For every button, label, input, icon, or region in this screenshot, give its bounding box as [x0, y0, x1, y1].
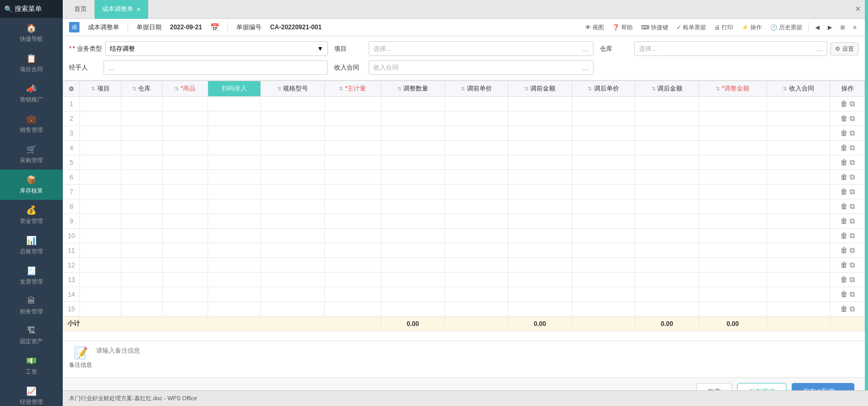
row-cell[interactable] [572, 258, 635, 273]
row-cell[interactable] [208, 214, 260, 229]
biz-type-select[interactable]: 结存调整 ▼ [105, 41, 328, 56]
copy-icon[interactable]: ⧉ [850, 202, 855, 210]
copy-icon[interactable]: ⧉ [850, 129, 855, 137]
sidebar-item-ledger-mgmt[interactable]: 📊 总账管理 [0, 230, 63, 261]
row-cell[interactable] [508, 258, 572, 273]
row-cell[interactable] [444, 185, 508, 199]
delete-icon[interactable]: 🗑 [840, 114, 848, 122]
row-cell[interactable] [121, 185, 162, 199]
row-cell[interactable] [121, 199, 162, 214]
row-cell[interactable] [261, 258, 325, 273]
row-cell[interactable] [444, 214, 508, 229]
row-cell[interactable] [121, 287, 162, 302]
col-settings[interactable]: ⚙ [63, 81, 80, 97]
row-cell[interactable] [572, 111, 635, 126]
row-cell[interactable] [635, 141, 699, 155]
row-cell[interactable] [635, 287, 699, 302]
row-cell[interactable] [699, 199, 767, 214]
row-cell[interactable] [699, 273, 767, 287]
sidebar-item-sales-promo[interactable]: 📣 营销推广 [0, 78, 63, 109]
copy-icon[interactable]: ⧉ [850, 304, 855, 313]
row-cell[interactable] [162, 258, 208, 273]
sidebar-item-payroll[interactable]: 💵 工资 [0, 351, 63, 381]
row-cell[interactable] [261, 273, 325, 287]
notes-input[interactable] [96, 346, 859, 367]
delete-icon[interactable]: 🗑 [840, 202, 848, 210]
sidebar-item-capital-mgmt[interactable]: 💰 资金管理 [0, 200, 63, 230]
row-cell[interactable] [635, 199, 699, 214]
row-cell[interactable] [324, 97, 381, 111]
row-cell[interactable] [699, 214, 767, 229]
row-cell[interactable] [635, 126, 699, 141]
row-cell[interactable] [162, 273, 208, 287]
row-cell[interactable] [572, 97, 635, 111]
row-cell[interactable] [261, 302, 325, 317]
row-cell[interactable] [121, 273, 162, 287]
row-cell[interactable] [699, 170, 767, 185]
window-close-button[interactable]: × [855, 4, 861, 15]
row-cell[interactable] [80, 302, 121, 317]
row-cell[interactable] [261, 199, 325, 214]
row-cell[interactable] [381, 185, 445, 199]
row-cell[interactable] [261, 185, 325, 199]
row-cell[interactable] [261, 243, 325, 258]
row-cell[interactable] [261, 97, 325, 111]
row-cell[interactable] [699, 111, 767, 126]
row-cell[interactable] [208, 111, 260, 126]
delete-icon[interactable]: 🗑 [840, 261, 848, 269]
row-cell[interactable] [767, 126, 830, 141]
row-cell[interactable] [508, 141, 572, 155]
row-cell[interactable] [208, 273, 260, 287]
row-cell[interactable] [208, 302, 260, 317]
row-cell[interactable] [121, 126, 162, 141]
print-btn[interactable]: 🖨 打印 [712, 22, 735, 32]
view-btn[interactable]: 👁 视图 [583, 22, 606, 32]
row-cell[interactable] [162, 199, 208, 214]
row-cell[interactable] [635, 302, 699, 317]
row-cell[interactable] [767, 97, 830, 111]
delete-icon[interactable]: 🗑 [840, 304, 848, 313]
row-cell[interactable] [508, 111, 572, 126]
row-cell[interactable] [324, 273, 381, 287]
row-cell[interactable] [508, 185, 572, 199]
row-cell[interactable] [444, 111, 508, 126]
delete-icon[interactable]: 🗑 [840, 217, 848, 225]
row-cell[interactable] [162, 141, 208, 155]
row-cell[interactable] [121, 214, 162, 229]
copy-icon[interactable]: ⧉ [850, 261, 855, 269]
row-cell[interactable] [508, 243, 572, 258]
row-cell[interactable] [444, 126, 508, 141]
row-cell[interactable] [699, 258, 767, 273]
row-cell[interactable] [261, 111, 325, 126]
row-cell[interactable] [699, 97, 767, 111]
row-cell[interactable] [261, 229, 325, 243]
row-cell[interactable] [162, 126, 208, 141]
row-cell[interactable] [572, 243, 635, 258]
row-cell[interactable] [381, 155, 445, 170]
row-cell[interactable] [80, 199, 121, 214]
row-cell[interactable] [572, 141, 635, 155]
copy-icon[interactable]: ⧉ [850, 290, 855, 298]
row-cell[interactable] [767, 170, 830, 185]
row-cell[interactable] [208, 141, 260, 155]
row-cell[interactable] [80, 126, 121, 141]
row-cell[interactable] [162, 97, 208, 111]
handler-input[interactable]: ... [104, 60, 328, 75]
row-cell[interactable] [324, 185, 381, 199]
row-cell[interactable] [162, 243, 208, 258]
row-cell[interactable] [121, 111, 162, 126]
delete-icon[interactable]: 🗑 [840, 129, 848, 137]
row-cell[interactable] [80, 155, 121, 170]
row-cell[interactable] [635, 97, 699, 111]
row-cell[interactable] [208, 287, 260, 302]
row-cell[interactable] [572, 287, 635, 302]
row-cell[interactable] [699, 185, 767, 199]
copy-icon[interactable]: ⧉ [850, 187, 855, 196]
row-cell[interactable] [208, 126, 260, 141]
row-cell[interactable] [261, 214, 325, 229]
row-cell[interactable] [508, 302, 572, 317]
row-cell[interactable] [767, 302, 830, 317]
tab-close-button[interactable]: × [136, 5, 141, 14]
nav-next-btn[interactable]: ▶ [826, 23, 834, 32]
row-cell[interactable] [324, 199, 381, 214]
